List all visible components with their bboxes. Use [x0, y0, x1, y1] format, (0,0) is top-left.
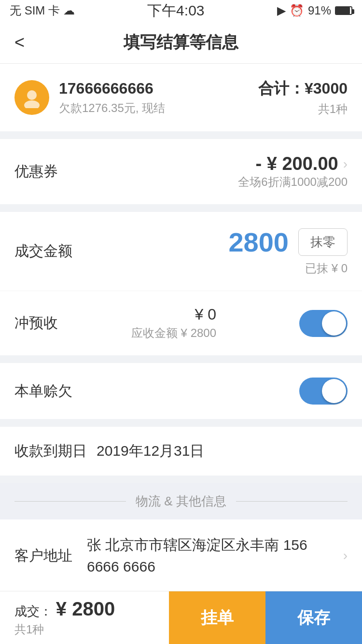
svg-point-0: [27, 90, 37, 100]
deal-amount-label: 成交金额: [14, 241, 72, 261]
coupon-right: - ¥ 200.00 › 全场6折满1000减200: [238, 154, 348, 190]
customer-left: 17666666666 欠款1276.35元, 现结: [14, 80, 165, 116]
address-chevron-icon: ›: [343, 548, 348, 563]
pre-receive-toggle[interactable]: [299, 310, 348, 337]
debt-row: 本单赊欠: [0, 363, 362, 419]
sim-status: 无 SIM 卡 ☁: [10, 3, 75, 18]
content: 17666666666 欠款1276.35元, 现结 合计：¥3000 共1种 …: [0, 64, 362, 644]
clock-icon: ⏰: [290, 4, 304, 17]
battery-icon: [335, 6, 352, 15]
coupon-row[interactable]: 优惠券 - ¥ 200.00 › 全场6折满1000减200: [0, 139, 362, 204]
bottom-count: 共1种: [14, 622, 154, 637]
deal-amount-right: 2800 抹零 已抹 ¥ 0: [228, 226, 348, 276]
bottom-deal-label: 成交： ¥ 2800: [14, 598, 154, 620]
deal-amount-value: 2800: [228, 226, 289, 258]
chevron-right-icon: ›: [343, 156, 348, 172]
total-count: 共1种: [258, 101, 348, 117]
avatar: [14, 80, 49, 115]
svg-point-1: [24, 100, 40, 108]
divider-line-left: [14, 501, 126, 502]
deal-top: 2800 抹零: [228, 226, 348, 258]
customer-info: 17666666666 欠款1276.35元, 现结: [59, 80, 165, 116]
deal-section: 成交金额 2800 抹零 已抹 ¥ 0 冲预收 ¥ 0 应收金额 ¥ 2800: [0, 212, 362, 355]
bottom-deal-amount: ¥ 2800: [56, 598, 115, 619]
coupon-discount: - ¥ 200.00: [256, 154, 338, 174]
already-wiped: 已抹 ¥ 0: [305, 261, 348, 276]
bottom-bar: 成交： ¥ 2800 共1种 挂单 保存: [0, 591, 362, 644]
round-zero-button[interactable]: 抹零: [298, 228, 348, 256]
nav-bar: < 填写结算等信息: [0, 21, 362, 64]
receivable-amount: 应收金额 ¥ 2800: [131, 325, 216, 341]
bottom-deal-text: 成交：: [14, 604, 52, 618]
save-button[interactable]: 保存: [265, 591, 362, 644]
logistics-divider: 物流 & 其他信息: [0, 483, 362, 519]
debt-toggle[interactable]: [299, 378, 348, 405]
back-button[interactable]: <: [14, 32, 25, 53]
status-right: ▶ ⏰ 91%: [277, 4, 352, 17]
address-row[interactable]: 客户地址 张 北京市市辖区海淀区永丰南 156 6666 6666 ›: [0, 519, 362, 592]
pending-button[interactable]: 挂单: [169, 591, 265, 644]
status-bar: 无 SIM 卡 ☁ 下午4:03 ▶ ⏰ 91%: [0, 0, 362, 21]
address-label: 客户地址: [14, 546, 72, 566]
location-icon: ▶: [277, 4, 286, 17]
customer-card: 17666666666 欠款1276.35元, 现结 合计：¥3000 共1种: [0, 64, 362, 131]
coupon-label: 优惠券: [14, 162, 58, 182]
customer-debt: 欠款1276.35元, 现结: [59, 100, 165, 116]
pre-receive-amount: ¥ 0: [195, 306, 216, 323]
debt-section: 本单赊欠: [0, 363, 362, 419]
customer-phone: 17666666666: [59, 80, 165, 98]
pre-receive-right: ¥ 0 应收金额 ¥ 2800: [131, 306, 216, 341]
pre-receive-row: 冲预收 ¥ 0 应收金额 ¥ 2800: [0, 291, 362, 355]
battery-text: 91%: [308, 4, 331, 17]
debt-label: 本单赊欠: [14, 381, 72, 401]
due-date-value: 2019年12月31日: [97, 441, 204, 461]
bottom-left: 成交： ¥ 2800 共1种: [0, 598, 169, 637]
page-title: 填写结算等信息: [124, 31, 238, 54]
pre-receive-label: 冲预收: [14, 313, 58, 333]
due-date-section: 收款到期日 2019年12月31日: [0, 427, 362, 476]
coupon-section: 优惠券 - ¥ 200.00 › 全场6折满1000减200: [0, 139, 362, 204]
due-date-row: 收款到期日 2019年12月31日: [0, 427, 362, 476]
coupon-desc: 全场6折满1000减200: [238, 174, 348, 190]
customer-total: 合计：¥3000 共1种: [258, 78, 348, 117]
deal-amount-row: 成交金额 2800 抹零 已抹 ¥ 0: [0, 212, 362, 291]
total-amount: 合计：¥3000: [258, 78, 348, 99]
status-time: 下午4:03: [147, 1, 204, 21]
due-date-label: 收款到期日: [14, 441, 87, 461]
logistics-label: 物流 & 其他信息: [136, 493, 226, 510]
address-value: 张 北京市市辖区海淀区永丰南 156 6666 6666: [87, 534, 324, 577]
address-section: 客户地址 张 北京市市辖区海淀区永丰南 156 6666 6666 ›: [0, 519, 362, 592]
divider-line-right: [236, 501, 348, 502]
status-left: 无 SIM 卡 ☁: [10, 3, 75, 18]
